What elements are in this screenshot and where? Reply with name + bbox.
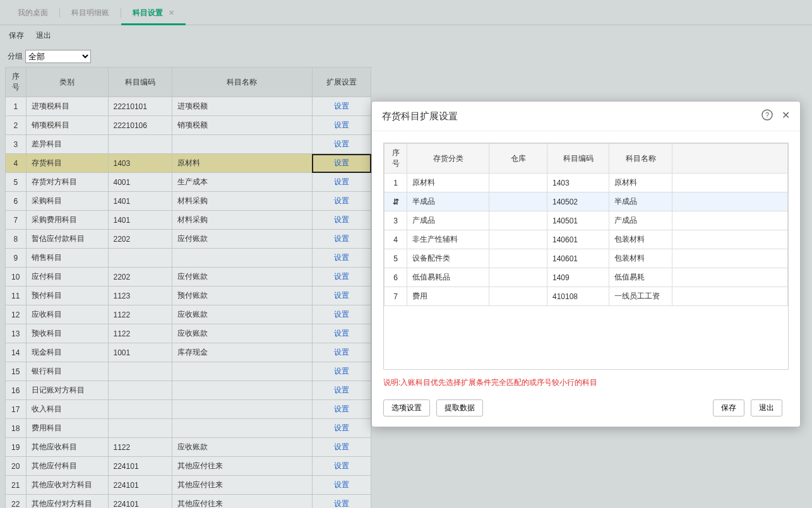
settings-link[interactable]: 设置 (334, 480, 349, 489)
close-icon[interactable]: ✕ (169, 9, 174, 16)
cell-code: 140601 (547, 249, 609, 268)
settings-link[interactable]: 设置 (334, 102, 349, 110)
table-row[interactable]: 19其他应收科目1122应收账款设置 (6, 438, 371, 457)
settings-link[interactable]: 设置 (334, 442, 349, 451)
table-row[interactable]: 4非生产性辅料140601包装材料 (385, 230, 788, 249)
tab-ledger[interactable]: 科目明细账 (60, 0, 121, 25)
cell-ext: 设置 (312, 324, 371, 343)
settings-link[interactable]: 设置 (334, 367, 349, 375)
table-row[interactable]: 7费用410108一线员工工资 (385, 287, 788, 306)
settings-link[interactable]: 设置 (334, 386, 349, 394)
table-row[interactable]: 8暂估应付款科目2202应付账款设置 (6, 230, 371, 249)
cell-name: 其他应付往来 (172, 457, 312, 476)
table-row[interactable]: 1进项税科目22210101进项税额设置 (6, 97, 371, 116)
table-row[interactable]: ⇵半成品140502半成品 (385, 192, 788, 211)
save-button[interactable]: 保存 (713, 399, 744, 416)
cell-blank (672, 268, 788, 287)
options-button[interactable]: 选项设置 (383, 399, 430, 416)
cell-ext: 设置 (312, 173, 371, 192)
table-row[interactable]: 16日记账对方科目设置 (6, 381, 371, 400)
table-row[interactable]: 7采购费用科目1401材料采购设置 (6, 211, 371, 230)
cell-name: 应收账款 (172, 438, 312, 457)
cell-category: 其他应收科目 (26, 438, 108, 457)
cell-idx: 17 (6, 400, 27, 419)
cell-code (108, 362, 172, 381)
cell-idx: 15 (6, 362, 27, 381)
cell-name: 原材料 (172, 154, 312, 173)
group-select[interactable]: 全部 (25, 50, 91, 63)
settings-link[interactable]: 设置 (334, 499, 349, 508)
tab-desktop[interactable]: 我的桌面 (6, 0, 59, 25)
table-row[interactable]: 10应付科目2202应付账款设置 (6, 268, 371, 286)
table-row[interactable]: 22其他应付对方科目224101其他应付往来设置 (6, 495, 371, 509)
cell-category: 银行科目 (26, 362, 108, 381)
cell-code (108, 419, 172, 438)
settings-link[interactable]: 设置 (334, 423, 349, 432)
settings-link[interactable]: 设置 (334, 121, 349, 129)
settings-link[interactable]: 设置 (334, 139, 349, 148)
settings-link[interactable]: 设置 (334, 177, 349, 186)
fetch-data-button[interactable]: 提取数据 (436, 399, 483, 416)
cell-idx: 16 (6, 381, 27, 400)
col-header-category: 类别 (26, 68, 108, 97)
table-row[interactable]: 5设备配件类140601包装材料 (385, 249, 788, 268)
exit-button[interactable]: 退出 (36, 31, 51, 40)
table-row[interactable]: 4存货科目1403原材料设置 (6, 154, 371, 173)
cell-name: 生产成本 (172, 173, 312, 192)
cell-idx: 11 (6, 286, 27, 305)
inner-table-scroll[interactable]: 序号 存货分类 仓库 科目编码 科目名称 1原材料1403原材料⇵半成品1405… (384, 143, 788, 369)
cell-category: 其他应付对方科目 (26, 495, 108, 509)
table-row[interactable]: 6采购科目1401材料采购设置 (6, 192, 371, 211)
cell-idx: 1 (6, 97, 27, 116)
help-icon[interactable]: ? (761, 109, 773, 123)
cell-name: 应付账款 (172, 268, 312, 286)
cell-name: 其他应付往来 (172, 476, 312, 495)
settings-link[interactable]: 设置 (334, 158, 349, 167)
cell-name: 低值易耗 (609, 268, 672, 287)
table-row[interactable]: 2销项税科目22210106销项税额设置 (6, 116, 371, 135)
table-row[interactable]: 11预付科目1123预付账款设置 (6, 286, 371, 305)
table-row[interactable]: 1原材料1403原材料 (385, 174, 788, 192)
tab-label: 科目明细账 (71, 8, 109, 17)
table-row[interactable]: 3产成品140501产成品 (385, 211, 788, 230)
exit-button[interactable]: 退出 (751, 399, 782, 416)
table-row[interactable]: 3差异科目设置 (6, 135, 371, 154)
table-row[interactable]: 12应收科目1122应收账款设置 (6, 305, 371, 324)
settings-link[interactable]: 设置 (334, 461, 349, 470)
cell-name: 原材料 (609, 174, 672, 192)
dialog-inventory-ext: 存货科目扩展设置 ? ✕ 序号 存货分类 仓库 科目编码 科目名称 (371, 101, 801, 427)
settings-link[interactable]: 设置 (334, 272, 349, 281)
cell-name: 应收账款 (172, 305, 312, 324)
table-row[interactable]: 18费用科目设置 (6, 419, 371, 438)
dialog-note: 说明:入账科目优先选择扩展条件完全匹配的或序号较小行的科目 (383, 377, 789, 388)
table-row[interactable]: 6低值易耗品1409低值易耗 (385, 268, 788, 287)
settings-link[interactable]: 设置 (334, 196, 349, 205)
cell-ext: 设置 (312, 135, 371, 154)
settings-link[interactable]: 设置 (334, 405, 349, 413)
cell-code: 4001 (108, 173, 172, 192)
cell-idx: 7 (385, 287, 407, 306)
settings-link[interactable]: 设置 (334, 310, 349, 319)
cell-code: 140502 (547, 192, 609, 211)
table-row[interactable]: 15银行科目设置 (6, 362, 371, 381)
cell-warehouse (489, 192, 547, 211)
table-row[interactable]: 17收入科目设置 (6, 400, 371, 419)
table-row[interactable]: 9销售科目设置 (6, 249, 371, 268)
settings-link[interactable]: 设置 (334, 291, 349, 300)
settings-link[interactable]: 设置 (334, 329, 349, 338)
table-row[interactable]: 5存货对方科目4001生产成本设置 (6, 173, 371, 192)
cell-idx: 5 (6, 173, 27, 192)
cell-blank (672, 211, 788, 230)
table-row[interactable]: 20其他应付科目224101其他应付往来设置 (6, 457, 371, 476)
table-row[interactable]: 14现金科目1001库存现金设置 (6, 343, 371, 362)
settings-link[interactable]: 设置 (334, 253, 349, 262)
settings-link[interactable]: 设置 (334, 215, 349, 224)
tab-subject-settings[interactable]: 科目设置 ✕ (121, 0, 186, 25)
cell-blank (672, 287, 788, 306)
settings-link[interactable]: 设置 (334, 234, 349, 243)
table-row[interactable]: 21其他应收对方科目224101其他应付往来设置 (6, 476, 371, 495)
table-row[interactable]: 13预收科目1122应收账款设置 (6, 324, 371, 343)
close-icon[interactable]: ✕ (782, 109, 790, 123)
save-button[interactable]: 保存 (9, 31, 24, 40)
settings-link[interactable]: 设置 (334, 348, 349, 357)
